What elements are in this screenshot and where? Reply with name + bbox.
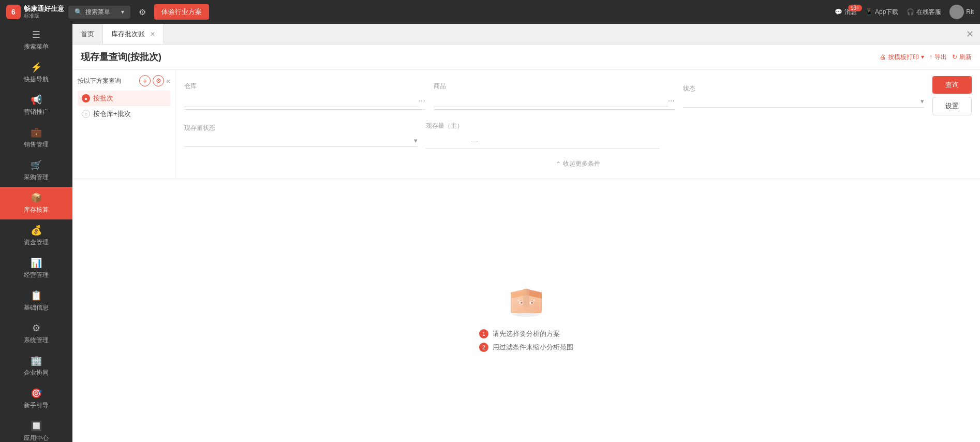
page-header: 现存量查询(按批次) 🖨 按模板打印 ▾ ↑ 导出 ↻ 刷新: [72, 45, 980, 70]
search-menu-icon: ☰: [32, 29, 40, 40]
filter-row-2: 现存量状态 ▾ 现存量（主） —: [184, 122, 972, 149]
sidebar-item-purchase[interactable]: 🛒 采购管理: [0, 154, 72, 187]
status-select[interactable]: ▾: [683, 95, 924, 108]
stock-status-select[interactable]: ▾: [184, 135, 418, 147]
marketing-icon: 📢: [31, 94, 42, 106]
finance-icon: 💰: [31, 225, 42, 236]
sidebar-item-finance[interactable]: 💰 资金管理: [0, 219, 72, 252]
collapse-up-icon: ⌃: [556, 160, 561, 168]
filter-right: 仓库 ··· 商品 ···: [176, 70, 980, 179]
sidebar-item-search[interactable]: ☰ 搜索菜单: [0, 24, 72, 56]
refresh-icon: ↻: [952, 53, 957, 61]
apps-icon: 🔲: [31, 420, 42, 432]
stock-status-label: 现存量状态: [184, 124, 418, 132]
app-name: 畅康通好生意 标准版: [24, 5, 64, 19]
app-download-item[interactable]: 📱 App下载: [865, 8, 898, 17]
product-label: 商品: [434, 82, 675, 91]
scheme-dot-active-icon: ●: [82, 94, 90, 102]
refresh-button[interactable]: ↻ 刷新: [952, 53, 972, 62]
svg-point-10: [531, 302, 533, 304]
guide-icon: 🎯: [31, 388, 42, 399]
empty-state-illustration: [500, 269, 552, 321]
svg-point-6: [533, 299, 535, 301]
sidebar-item-operations[interactable]: 📊 经营管理: [0, 252, 72, 285]
print-dropdown-icon: ▾: [921, 53, 924, 61]
experience-button[interactable]: 体验行业方案: [154, 4, 209, 20]
user-area[interactable]: Rit: [949, 5, 974, 19]
empty-state: 1 请先选择要分析的方案 2 用过滤条件来缩小分析范围: [72, 179, 980, 442]
dropdown-arrow-icon: ▾: [121, 8, 124, 16]
scheme-dot-inactive-icon: ○: [82, 110, 90, 118]
phone-icon: 📱: [865, 8, 873, 16]
sidebar-item-sales[interactable]: 💼 销售管理: [0, 122, 72, 154]
search-icon: 🔍: [75, 8, 82, 16]
scheme-add-button[interactable]: +: [139, 75, 151, 86]
content-area: 首页 库存批次账 ✕ ✕ 现存量查询(按批次) 🖨 按模板打印 ▾: [72, 24, 980, 442]
filter-settings-button[interactable]: 设置: [932, 97, 972, 115]
filter-group-product: 商品 ···: [434, 82, 675, 110]
operations-icon: 📊: [31, 257, 42, 269]
scheme-panel: 按以下方案查询 + ⚙ « ● 按批次 ○ 按仓库+批次: [72, 70, 176, 179]
scheme-collapse-button[interactable]: «: [166, 77, 170, 85]
stock-qty-from-input[interactable]: [426, 135, 467, 146]
sidebar-item-inventory[interactable]: 📦 库存核算: [0, 187, 72, 219]
filter-row-1: 仓库 ··· 商品 ···: [184, 76, 972, 115]
purchase-icon: 🛒: [31, 159, 42, 171]
sidebar: ☰ 搜索菜单 ⚡ 快捷导航 📢 营销推广 💼 销售管理 🛒 采购管理 📦 库存核…: [0, 24, 72, 442]
tab-home[interactable]: 首页: [72, 24, 103, 44]
export-button[interactable]: ↑ 导出: [929, 53, 947, 62]
tip-num-1: 1: [479, 329, 488, 338]
printer-icon: 🖨: [880, 53, 886, 61]
scheme-settings-button[interactable]: ⚙: [153, 75, 164, 86]
tab-inventory-batch[interactable]: 库存批次账 ✕: [103, 24, 164, 44]
scheme-item-batch[interactable]: ● 按批次: [78, 91, 170, 106]
product-dots-icon[interactable]: ···: [668, 96, 675, 106]
scheme-panel-title: 按以下方案查询: [78, 77, 121, 85]
tabs-close-all-button[interactable]: ✕: [960, 28, 980, 40]
header-settings-button[interactable]: ⚙: [135, 5, 150, 19]
sidebar-item-system[interactable]: ⚙ 系统管理: [0, 317, 72, 350]
warehouse-label: 仓库: [184, 82, 425, 91]
page-header-actions: 🖨 按模板打印 ▾ ↑ 导出 ↻ 刷新: [880, 53, 972, 62]
sidebar-item-guide[interactable]: 🎯 新手引导: [0, 382, 72, 415]
svg-rect-3: [523, 289, 529, 307]
query-button[interactable]: 查询: [932, 76, 972, 94]
product-input[interactable]: [434, 95, 668, 107]
stock-qty-range: —: [426, 132, 659, 149]
sales-icon: 💼: [31, 127, 42, 138]
sidebar-item-apps[interactable]: 🔲 应用中心: [0, 415, 72, 442]
tab-close-icon[interactable]: ✕: [150, 31, 155, 38]
inventory-icon: 📦: [31, 192, 42, 203]
empty-tips: 1 请先选择要分析的方案 2 用过滤条件来缩小分析范围: [479, 329, 573, 352]
top-header: 6 畅康通好生意 标准版 🔍 搜索菜单 ▾ ⚙ 体验行业方案 💬 消息 99+ …: [0, 0, 980, 24]
sidebar-item-marketing[interactable]: 📢 营销推广: [0, 89, 72, 122]
empty-tip-2: 2 用过滤条件来缩小分析范围: [479, 343, 573, 352]
header-left: 6 畅康通好生意 标准版 🔍 搜索菜单 ▾ ⚙ 体验行业方案: [6, 4, 209, 20]
enterprise-icon: 🏢: [31, 355, 42, 366]
filter-group-status: 状态 ▾: [683, 84, 924, 108]
collapse-more-button[interactable]: ⌃ 收起更多条件: [184, 155, 972, 172]
online-service-item[interactable]: 🎧 在线客服: [907, 8, 941, 17]
tip-num-2: 2: [479, 343, 488, 352]
sidebar-item-enterprise[interactable]: 🏢 企业协同: [0, 350, 72, 382]
page-title: 现存量查询(按批次): [81, 51, 161, 63]
warehouse-input[interactable]: [184, 95, 419, 107]
message-badge: 99+: [848, 5, 862, 11]
message-item[interactable]: 💬 消息 99+: [835, 8, 857, 17]
filter-group-stock-status: 现存量状态 ▾: [184, 124, 418, 147]
sidebar-item-shortcut[interactable]: ⚡ 快捷导航: [0, 56, 72, 89]
avatar: [949, 5, 964, 19]
print-button[interactable]: 🖨 按模板打印 ▾: [880, 53, 924, 62]
user-name: Rit: [966, 8, 974, 16]
basics-icon: 📋: [31, 290, 42, 301]
stock-qty-to-input[interactable]: [482, 135, 524, 146]
warehouse-dots-icon[interactable]: ···: [419, 96, 425, 106]
status-label: 状态: [683, 84, 924, 93]
sidebar-item-basics[interactable]: 📋 基础信息: [0, 285, 72, 317]
main-layout: ☰ 搜索菜单 ⚡ 快捷导航 📢 营销推广 💼 销售管理 🛒 采购管理 📦 库存核…: [0, 24, 980, 442]
scheme-item-warehouse-batch[interactable]: ○ 按仓库+批次: [78, 106, 170, 122]
header-search[interactable]: 🔍 搜索菜单 ▾: [68, 6, 130, 19]
export-icon: ↑: [929, 53, 932, 61]
stock-status-dropdown-icon: ▾: [414, 137, 418, 144]
warehouse-input-wrapper: ···: [184, 93, 425, 110]
